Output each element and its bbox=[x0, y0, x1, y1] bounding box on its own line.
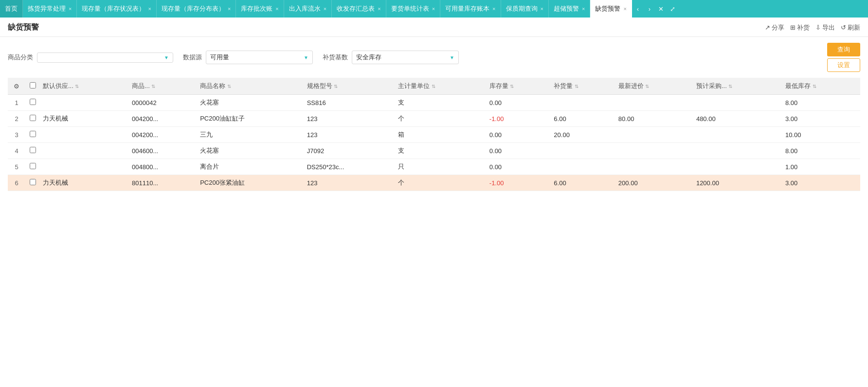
tab-close-summary[interactable]: × bbox=[378, 6, 380, 12]
table-container: ⚙ 默认供应... ⇅ 商品... ⇅ 商品名称 ⇅ bbox=[0, 78, 868, 191]
column-product-name[interactable]: 商品名称 ⇅ bbox=[197, 78, 304, 95]
row-latest-price-3 bbox=[615, 127, 693, 143]
tab-close-picking[interactable]: × bbox=[69, 6, 72, 12]
page-header: 缺货预警 ↗ 分享 ⊞ 补货 ⇩ 导出 ↺ 刷新 bbox=[0, 18, 868, 37]
category-label: 商品分类 bbox=[8, 53, 33, 62]
column-stock[interactable]: 库存量 ⇅ bbox=[487, 78, 551, 95]
tab-close-stock-dist[interactable]: × bbox=[228, 6, 231, 12]
tab-close-stock-status[interactable]: × bbox=[148, 6, 151, 12]
row-supplier-3 bbox=[40, 127, 129, 143]
filter-datasource: 数据源 可用量 ▼ bbox=[183, 51, 313, 64]
row-estimated-purchase-6: 1200.00 bbox=[693, 175, 782, 191]
refresh-button[interactable]: ↺ 刷新 bbox=[841, 23, 860, 32]
row-name-1: 火花塞 bbox=[197, 95, 304, 111]
column-min-stock[interactable]: 最低库存 ⇅ bbox=[782, 78, 860, 95]
table-row: 1 0000042 火花塞 SS816 支 0.00 8.00 bbox=[8, 95, 860, 111]
name-sort-icon: ⇅ bbox=[227, 84, 231, 89]
tab-summary[interactable]: 收发存汇总表 × bbox=[332, 0, 386, 18]
tab-picking[interactable]: 拣货异常处理 × bbox=[23, 0, 77, 18]
row-name-6: PC200张紧油缸 bbox=[197, 175, 304, 191]
tab-close-shortage[interactable]: × bbox=[623, 6, 626, 12]
row-checkbox-input-4[interactable] bbox=[30, 147, 36, 153]
row-code-3: 004200... bbox=[129, 127, 197, 143]
row-checkbox-input-1[interactable] bbox=[30, 99, 36, 105]
tab-close-overstock[interactable]: × bbox=[582, 6, 585, 12]
row-replenish-2: 6.00 bbox=[551, 111, 615, 127]
row-latest-price-5 bbox=[615, 159, 693, 175]
column-spec[interactable]: 规格型号 ⇅ bbox=[304, 78, 396, 95]
row-min-stock-6: 3.00 bbox=[782, 175, 860, 191]
row-checkbox-input-3[interactable] bbox=[30, 131, 36, 137]
tab-close-expiry[interactable]: × bbox=[541, 6, 543, 12]
filter-replenish-base: 补货基数 安全库存 ▼ bbox=[323, 51, 459, 64]
tab-stock-status[interactable]: 现存量（库存状况表） × bbox=[77, 0, 156, 18]
row-min-stock-3: 10.00 bbox=[782, 127, 860, 143]
settings-button[interactable]: 设置 bbox=[827, 58, 860, 72]
tab-expiry[interactable]: 保质期查询 × bbox=[501, 0, 549, 18]
row-name-3: 三九 bbox=[197, 127, 304, 143]
share-button[interactable]: ↗ 分享 bbox=[765, 23, 784, 32]
tab-nav-next[interactable]: › bbox=[644, 0, 655, 18]
tab-nav-prev[interactable]: ‹ bbox=[632, 0, 644, 18]
datasource-select[interactable]: 可用量 ▼ bbox=[206, 51, 313, 64]
tab-close-inout[interactable]: × bbox=[324, 6, 326, 12]
tab-close-batch[interactable]: × bbox=[275, 6, 278, 12]
tab-close-available-stock[interactable]: × bbox=[492, 6, 495, 12]
tab-batch[interactable]: 库存批次账 × bbox=[236, 0, 284, 18]
row-num-2: 2 bbox=[8, 111, 25, 127]
row-min-stock-4: 8.00 bbox=[782, 143, 860, 159]
column-supplier[interactable]: 默认供应... ⇅ bbox=[40, 78, 129, 95]
column-gear[interactable]: ⚙ bbox=[8, 78, 25, 95]
row-min-stock-2: 3.00 bbox=[782, 111, 860, 127]
row-checkbox-1[interactable] bbox=[25, 95, 40, 111]
header-actions: ↗ 分享 ⊞ 补货 ⇩ 导出 ↺ 刷新 bbox=[765, 23, 860, 32]
supplier-sort-icon: ⇅ bbox=[75, 84, 79, 89]
row-checkbox-5[interactable] bbox=[25, 159, 40, 175]
row-checkbox-input-2[interactable] bbox=[30, 115, 36, 121]
datasource-value: 可用量 bbox=[210, 53, 229, 62]
row-code-4: 004600... bbox=[129, 143, 197, 159]
data-table: ⚙ 默认供应... ⇅ 商品... ⇅ 商品名称 ⇅ bbox=[8, 78, 860, 191]
column-replenish[interactable]: 补货量 ⇅ bbox=[551, 78, 615, 95]
datasource-arrow-icon: ▼ bbox=[304, 55, 308, 60]
column-latest-price[interactable]: 最新进价 ⇅ bbox=[615, 78, 693, 95]
column-estimated-purchase[interactable]: 预计采购... ⇅ bbox=[693, 78, 782, 95]
tab-inout[interactable]: 出入库流水 × bbox=[284, 0, 332, 18]
export-button[interactable]: ⇩ 导出 bbox=[815, 23, 835, 32]
select-all-checkbox[interactable] bbox=[30, 82, 36, 88]
tab-close-order-stats[interactable]: × bbox=[432, 6, 435, 12]
column-product-code[interactable]: 商品... ⇅ bbox=[129, 78, 197, 95]
row-checkbox-input-6[interactable] bbox=[30, 179, 36, 185]
tab-order-stats[interactable]: 要货单统计表 × bbox=[386, 0, 440, 18]
row-unit-4: 支 bbox=[395, 143, 487, 159]
price-sort-icon: ⇅ bbox=[645, 84, 649, 89]
row-name-4: 火花塞 bbox=[197, 143, 304, 159]
replenish-base-select[interactable]: 安全库存 ▼ bbox=[352, 51, 459, 64]
row-replenish-1 bbox=[551, 95, 615, 111]
column-unit[interactable]: 主计量单位 ⇅ bbox=[395, 78, 487, 95]
estimated-sort-icon: ⇅ bbox=[728, 84, 732, 89]
column-checkbox[interactable] bbox=[25, 78, 40, 95]
tab-nav-close[interactable]: ✕ bbox=[655, 0, 667, 18]
row-stock-6: -1.00 bbox=[487, 175, 551, 191]
row-supplier-2: 力天机械 bbox=[40, 111, 129, 127]
tab-nav-expand[interactable]: ⤢ bbox=[667, 0, 679, 18]
row-latest-price-2: 80.00 bbox=[615, 111, 693, 127]
row-replenish-5 bbox=[551, 159, 615, 175]
tab-available-stock[interactable]: 可用量库存账本 × bbox=[440, 0, 501, 18]
row-checkbox-3[interactable] bbox=[25, 127, 40, 143]
row-name-2: PC200油缸缸子 bbox=[197, 111, 304, 127]
tab-home[interactable]: 首页 bbox=[0, 0, 23, 18]
category-select[interactable]: ▼ bbox=[37, 53, 173, 63]
row-checkbox-input-5[interactable] bbox=[30, 163, 36, 169]
row-latest-price-4 bbox=[615, 143, 693, 159]
row-checkbox-4[interactable] bbox=[25, 143, 40, 159]
tab-stock-dist[interactable]: 现存量（库存分布表） × bbox=[157, 0, 236, 18]
row-checkbox-2[interactable] bbox=[25, 111, 40, 127]
replenish-button[interactable]: ⊞ 补货 bbox=[790, 23, 810, 32]
filter-area: 商品分类 ▼ 数据源 可用量 ▼ 补货基数 安全库存 ▼ 查询 设置 bbox=[0, 37, 868, 78]
tab-shortage[interactable]: 缺货预警 × bbox=[590, 0, 632, 18]
row-checkbox-6[interactable] bbox=[25, 175, 40, 191]
tab-overstock[interactable]: 超储预警 × bbox=[549, 0, 590, 18]
query-button[interactable]: 查询 bbox=[827, 43, 860, 56]
